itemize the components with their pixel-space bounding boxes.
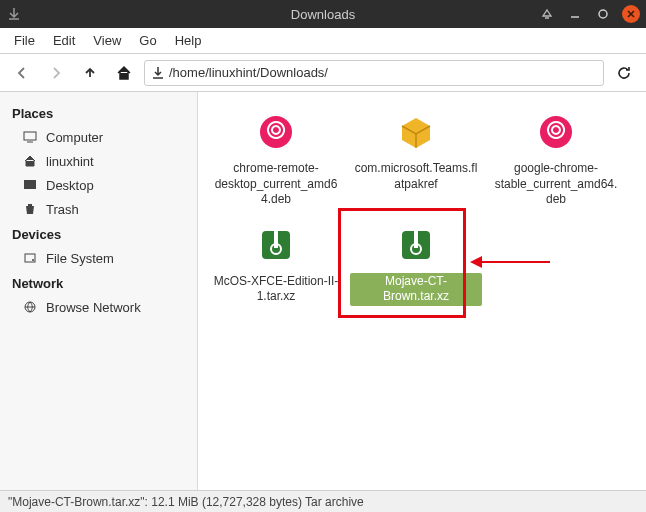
svg-rect-4 — [24, 180, 36, 189]
file-item[interactable]: McOS-XFCE-Edition-II-1.tar.xz — [206, 217, 346, 310]
maximize-button[interactable] — [594, 5, 612, 23]
svg-point-6 — [32, 259, 34, 261]
sidebar-item-trash[interactable]: Trash — [0, 197, 197, 221]
sidebar-item-desktop[interactable]: Desktop — [0, 173, 197, 197]
svg-rect-15 — [414, 231, 418, 245]
globe-icon — [22, 299, 38, 315]
forward-button[interactable] — [42, 59, 70, 87]
path-text: /home/linuxhint/Downloads/ — [169, 65, 328, 80]
deb-icon — [252, 108, 300, 156]
sidebar-item-browse-network[interactable]: Browse Network — [0, 295, 197, 319]
titlebar: Downloads — [0, 0, 646, 28]
sidebar-label-filesystem: File System — [46, 251, 114, 266]
window-title: Downloads — [291, 7, 355, 22]
home-icon — [22, 153, 38, 169]
file-label: com.microsoft.Teams.flatpakref — [350, 160, 482, 193]
menu-view[interactable]: View — [85, 31, 129, 50]
up-button[interactable] — [76, 59, 104, 87]
disk-icon — [22, 250, 38, 266]
file-label: chrome-remote-desktop_current_amd64.deb — [210, 160, 342, 209]
sidebar-label-browse-network: Browse Network — [46, 300, 141, 315]
svg-rect-2 — [24, 132, 36, 140]
archive-icon — [392, 221, 440, 269]
main-area: Places Computer linuxhint Desktop Trash … — [0, 92, 646, 490]
download-icon — [151, 66, 165, 80]
trash-icon — [22, 201, 38, 217]
svg-point-9 — [540, 116, 572, 148]
sidebar-label-trash: Trash — [46, 202, 79, 217]
network-header: Network — [0, 270, 197, 295]
file-label: McOS-XFCE-Edition-II-1.tar.xz — [210, 273, 342, 306]
close-button[interactable] — [622, 5, 640, 23]
svg-rect-13 — [274, 244, 278, 248]
file-item[interactable]: google-chrome-stable_current_amd64.deb — [486, 104, 626, 213]
menu-edit[interactable]: Edit — [45, 31, 83, 50]
deb-icon — [532, 108, 580, 156]
file-item[interactable]: com.microsoft.Teams.flatpakref — [346, 104, 486, 213]
file-item[interactable]: chrome-remote-desktop_current_amd64.deb — [206, 104, 346, 213]
menu-go[interactable]: Go — [131, 31, 164, 50]
sidebar: Places Computer linuxhint Desktop Trash … — [0, 92, 198, 490]
file-item-selected[interactable]: Mojave-CT-Brown.tar.xz — [346, 217, 486, 310]
archive-icon — [252, 221, 300, 269]
home-button[interactable] — [110, 59, 138, 87]
desktop-icon — [22, 177, 38, 193]
package-icon — [392, 108, 440, 156]
svg-point-1 — [599, 10, 607, 18]
devices-header: Devices — [0, 221, 197, 246]
svg-rect-17 — [414, 244, 418, 248]
sidebar-label-computer: Computer — [46, 130, 103, 145]
menubar: File Edit View Go Help — [0, 28, 646, 54]
always-on-top-button[interactable] — [538, 5, 556, 23]
path-bar[interactable]: /home/linuxhint/Downloads/ — [144, 60, 604, 86]
sidebar-label-desktop: Desktop — [46, 178, 94, 193]
status-text: "Mojave-CT-Brown.tar.xz": 12.1 MiB (12,7… — [8, 495, 364, 509]
statusbar: "Mojave-CT-Brown.tar.xz": 12.1 MiB (12,7… — [0, 490, 646, 512]
sidebar-label-home: linuxhint — [46, 154, 94, 169]
computer-icon — [22, 129, 38, 145]
svg-point-8 — [260, 116, 292, 148]
sidebar-item-computer[interactable]: Computer — [0, 125, 197, 149]
menu-file[interactable]: File — [6, 31, 43, 50]
sidebar-item-filesystem[interactable]: File System — [0, 246, 197, 270]
reload-button[interactable] — [610, 59, 638, 87]
app-icon — [6, 6, 22, 22]
file-label: google-chrome-stable_current_amd64.deb — [490, 160, 622, 209]
window-controls — [538, 5, 646, 23]
svg-rect-11 — [274, 231, 278, 245]
menu-help[interactable]: Help — [167, 31, 210, 50]
minimize-button[interactable] — [566, 5, 584, 23]
back-button[interactable] — [8, 59, 36, 87]
file-label: Mojave-CT-Brown.tar.xz — [350, 273, 482, 306]
file-view[interactable]: chrome-remote-desktop_current_amd64.deb … — [198, 92, 646, 490]
sidebar-item-home[interactable]: linuxhint — [0, 149, 197, 173]
toolbar: /home/linuxhint/Downloads/ — [0, 54, 646, 92]
places-header: Places — [0, 100, 197, 125]
